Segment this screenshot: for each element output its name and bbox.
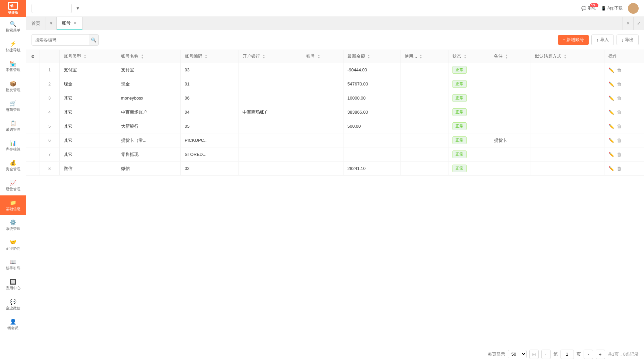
status-badge: 正常 <box>452 66 467 74</box>
sidebar-item-member[interactable]: 👤畅会员 <box>0 314 26 334</box>
default-payment-cell <box>531 91 604 105</box>
delete-icon[interactable]: 🗑 <box>617 124 622 129</box>
col-status[interactable]: 状态 ▲▼ <box>448 50 490 63</box>
sidebar-item-search-menu[interactable]: 🔍搜索菜单 <box>0 17 26 37</box>
delete-icon[interactable]: 🗑 <box>617 166 622 171</box>
sidebar-item-app-center[interactable]: 🔲应用中心 <box>0 275 26 294</box>
sidebar-item-quick-nav[interactable]: ⚡快捷导航 <box>0 37 26 56</box>
sidebar-item-purchase-mgmt[interactable]: 📋采购管理 <box>0 116 26 136</box>
edit-icon[interactable]: ✏️ <box>608 110 614 115</box>
col-account-code[interactable]: 账号编码 ▲▼ <box>180 50 238 63</box>
delete-icon[interactable]: 🗑 <box>617 96 622 101</box>
col-remark[interactable]: 备注 ▲▼ <box>490 50 531 63</box>
col-bank[interactable]: 开户银行 ▲▼ <box>238 50 302 63</box>
sidebar-item-wholesale-mgmt[interactable]: 📦批发管理 <box>0 76 26 96</box>
col-settings[interactable]: ⚙ <box>26 50 40 63</box>
sidebar-item-operations-mgmt[interactable]: 📈经营管理 <box>0 176 26 195</box>
header-dropdown[interactable]: ▼ <box>76 6 80 11</box>
tab-close-all-button[interactable]: ✕ <box>623 17 633 30</box>
sidebar-item-inventory[interactable]: 📊库存核算 <box>0 136 26 156</box>
edit-icon[interactable]: ✏️ <box>608 67 614 73</box>
tab-account[interactable]: 账号 ✕ <box>57 17 83 30</box>
import-button[interactable]: ↑ 导入 <box>591 35 614 45</box>
account-type-cell: 其它 <box>59 91 117 105</box>
status-badge: 正常 <box>452 136 467 144</box>
sidebar-item-basic-info[interactable]: 📁基础信息 <box>0 195 26 215</box>
per-page-select[interactable]: 50 100 200 <box>508 350 527 358</box>
delete-icon[interactable]: 🗑 <box>617 110 622 115</box>
tab-expand-all-button[interactable]: ⤢ <box>633 17 644 30</box>
search-button[interactable]: 🔍 <box>89 35 98 45</box>
sidebar-item-enterprise-agreement[interactable]: 🤝企业协同 <box>0 235 26 255</box>
col-usage[interactable]: 使用... ▲▼ <box>400 50 448 63</box>
download-icon: 📱 <box>601 6 606 11</box>
usage-cell <box>400 91 448 105</box>
next-page-button[interactable]: › <box>584 350 593 359</box>
first-page-button[interactable]: ⏮ <box>529 350 539 359</box>
delete-icon[interactable]: 🗑 <box>617 81 622 87</box>
edit-icon[interactable]: ✏️ <box>608 152 614 157</box>
search-input[interactable] <box>32 36 89 44</box>
tab-home[interactable]: 首页 <box>26 17 46 30</box>
account-code-cell: PICKUPC... <box>180 133 238 147</box>
sidebar-item-enterprise-wechat[interactable]: 💬企业微信 <box>0 295 26 314</box>
sidebar-item-ecommerce-mgmt[interactable]: 🛒电商管理 <box>0 96 26 116</box>
delete-icon[interactable]: 🗑 <box>617 67 622 73</box>
edit-icon[interactable]: ✏️ <box>608 96 614 101</box>
export-button[interactable]: ↓ 导出 <box>616 35 639 45</box>
tab-expand-button[interactable]: ▼ <box>46 17 57 30</box>
balance-cell <box>343 133 400 147</box>
edit-icon[interactable]: ✏️ <box>608 81 614 87</box>
main-content: ▼ 💬 消息 99+ 📱 App下载 首页 ▼ 账号 ✕ <box>26 0 644 362</box>
last-page-button[interactable]: ⏭ <box>596 350 605 359</box>
sidebar-item-system-mgmt[interactable]: ⚙️系统管理 <box>0 215 26 235</box>
table-row: 5 其它 大新银行 05 500.00 正常 ✏️ 🗑 <box>26 119 644 133</box>
quick-nav-icon: ⚡ <box>10 41 16 47</box>
edit-icon[interactable]: ✏️ <box>608 138 614 143</box>
toolbar-right: + 新增账号 ↑ 导入 ↓ 导出 <box>558 35 639 45</box>
account-no-cell <box>302 147 343 162</box>
enterprise-agreement-icon: 🤝 <box>10 239 16 245</box>
delete-icon[interactable]: 🗑 <box>617 152 622 157</box>
account-type-cell: 支付宝 <box>59 63 117 77</box>
col-latest-balance[interactable]: 最新余额 ▲▼ <box>343 50 400 63</box>
add-account-button[interactable]: + 新增账号 <box>558 35 589 45</box>
row-num-cell: 1 <box>40 63 59 77</box>
header-search-input[interactable] <box>32 4 72 13</box>
retail-mgmt-icon: 🏪 <box>10 60 16 67</box>
usage-cell <box>400 77 448 91</box>
account-name-cell: 大新银行 <box>117 119 180 133</box>
col-row-num <box>40 50 59 63</box>
actions-cell: ✏️ 🗑 <box>604 91 644 105</box>
tab-account-close[interactable]: ✕ <box>73 21 77 25</box>
edit-icon[interactable]: ✏️ <box>608 124 614 129</box>
sidebar-item-new-guide[interactable]: 📖新手引导 <box>0 255 26 275</box>
user-avatar[interactable] <box>628 3 639 14</box>
status-cell: 正常 <box>448 77 490 91</box>
sidebar-item-retail-mgmt[interactable]: 🏪零售管理 <box>0 56 26 76</box>
col-default-payment[interactable]: 默认结算方式 ▲▼ <box>531 50 604 63</box>
export-icon: ↓ <box>622 38 624 43</box>
prev-page-button[interactable]: ‹ <box>541 350 551 359</box>
col-account-name[interactable]: 账号名称 ▲▼ <box>117 50 180 63</box>
app-download-button[interactable]: 📱 App下载 <box>601 5 623 11</box>
row-num-cell: 3 <box>40 91 59 105</box>
remark-cell <box>490 162 531 176</box>
system-mgmt-icon: ⚙️ <box>10 219 16 226</box>
account-code-cell: 03 <box>180 63 238 77</box>
sidebar-item-capital-mgmt[interactable]: 💰资金管理 <box>0 156 26 175</box>
delete-icon[interactable]: 🗑 <box>617 138 622 143</box>
actions-cell: ✏️ 🗑 <box>604 77 644 91</box>
tab-actions: ✕ ⤢ <box>623 17 644 30</box>
col-actions: 操作 <box>604 50 644 63</box>
status-badge: 正常 <box>452 150 467 158</box>
edit-icon[interactable]: ✏️ <box>608 166 614 171</box>
purchase-mgmt-icon: 📋 <box>10 120 16 126</box>
tab-bar: 首页 ▼ 账号 ✕ ✕ ⤢ <box>26 17 644 30</box>
page-number-input[interactable] <box>560 350 574 359</box>
remark-cell <box>490 91 531 105</box>
remark-cell: 提货卡 <box>490 133 531 147</box>
message-button[interactable]: 💬 消息 99+ <box>581 5 596 11</box>
col-account-no[interactable]: 账号 ▲▼ <box>302 50 343 63</box>
col-account-type[interactable]: 账号类型 ▲▼ <box>59 50 117 63</box>
